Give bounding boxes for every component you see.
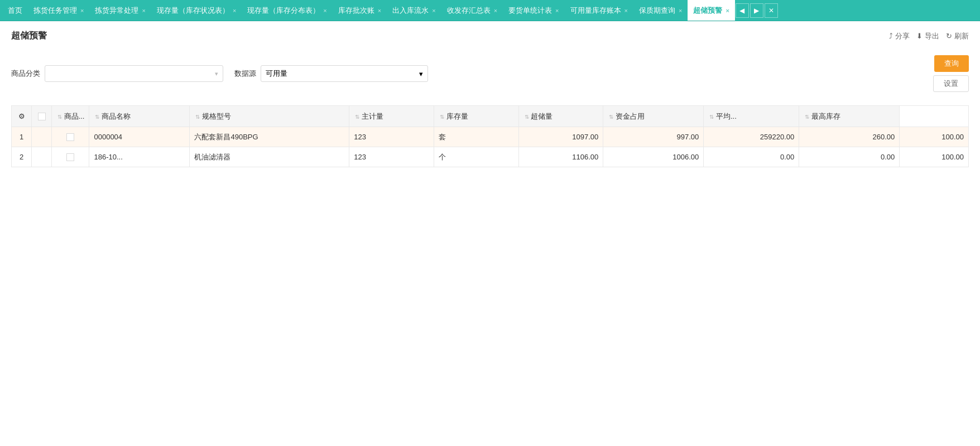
topbar: 首页 拣货任务管理 × 拣货异常处理 × 现存量（库存状况表） × 现存量（库存…	[0, 0, 980, 21]
nav-next-btn[interactable]: ▶	[750, 3, 763, 18]
row-avg-0: 260.00	[799, 127, 900, 147]
main-content: 超储预警 ⤴ 分享 ⬇ 导出 ↻ 刷新 商品分类 ▾ 数据源	[0, 21, 980, 446]
close-stock-status[interactable]: ×	[233, 7, 236, 14]
row-index-0: 1	[12, 127, 32, 147]
export-icon: ⬇	[916, 32, 923, 40]
sort-icon: ⇅	[195, 114, 200, 120]
row-overstock-0: 997.00	[603, 127, 704, 147]
col-max-stock-header[interactable]: ⇅ 最高库存	[799, 106, 900, 127]
settings-button[interactable]: 设置	[933, 75, 969, 92]
share-button[interactable]: ⤴ 分享	[889, 31, 910, 41]
row-check-0[interactable]	[52, 127, 89, 147]
sort-icon: ⇅	[805, 114, 809, 120]
page-header: 超储预警 ⤴ 分享 ⬇ 导出 ↻ 刷新	[11, 30, 969, 42]
table-row: 2 186-10... 机油滤清器 123 个 1106.00 1006.00 …	[12, 147, 969, 167]
page-title: 超储预警	[11, 30, 47, 42]
nav-pick-exception[interactable]: 拣货异常处理 ×	[89, 0, 151, 21]
data-source-label: 数据源	[234, 69, 256, 79]
row-product-name-1: 机油滤清器	[190, 147, 349, 167]
row-product-code-1: 186-10...	[89, 147, 190, 167]
close-pick-exception[interactable]: ×	[142, 7, 145, 14]
filter-row: 商品分类 ▾ 数据源 可用量 ▾ 查询 设置	[11, 51, 969, 96]
nav-inout-flow[interactable]: 出入库流水 ×	[387, 0, 441, 21]
row-product-name-0: 六配套新昌490BPG	[190, 127, 349, 147]
row-settings-0	[32, 127, 52, 147]
col-avg-header[interactable]: ⇅ 平均...	[704, 106, 799, 127]
row-index-1: 2	[12, 147, 32, 167]
row-unit-1: 个	[434, 147, 518, 167]
close-inout-flow[interactable]: ×	[432, 7, 435, 14]
col-check	[32, 106, 52, 127]
row-avg-1: 0.00	[799, 147, 900, 167]
product-category-label: 商品分类	[11, 69, 40, 79]
row-capital-0: 259220.00	[704, 127, 799, 147]
close-shelf-life[interactable]: ×	[679, 7, 682, 14]
sort-icon: ⇅	[57, 114, 62, 120]
sort-icon: ⇅	[95, 114, 99, 120]
col-stock-header[interactable]: ⇅ 库存量	[434, 106, 518, 127]
query-button[interactable]: 查询	[934, 55, 969, 72]
header-actions: ⤴ 分享 ⬇ 导出 ↻ 刷新	[889, 31, 969, 41]
nav-demand-stats[interactable]: 要货单统计表 ×	[503, 0, 564, 21]
export-button[interactable]: ⬇ 导出	[916, 31, 939, 41]
close-stock-dist[interactable]: ×	[323, 7, 326, 14]
row-check-1[interactable]	[52, 147, 89, 167]
nav-stock-status[interactable]: 现存量（库存状况表） ×	[151, 0, 242, 21]
nav-home[interactable]: 首页	[2, 0, 28, 21]
sort-icon: ⇅	[355, 114, 359, 120]
filter-buttons: 查询 设置	[933, 55, 969, 92]
row-capital-1: 0.00	[704, 147, 799, 167]
refresh-button[interactable]: ↻ 刷新	[946, 31, 969, 41]
row-spec-0: 123	[349, 127, 434, 147]
row-spec-1: 123	[349, 147, 434, 167]
row-max-stock-1: 100.00	[900, 147, 969, 167]
gear-icon: ⚙	[18, 112, 25, 120]
nav-shelf-life[interactable]: 保质期查询 ×	[633, 0, 688, 21]
nav-stock-dist[interactable]: 现存量（库存分布表） ×	[242, 0, 332, 21]
col-unit-header[interactable]: ⇅ 主计量	[349, 106, 434, 127]
data-source-select[interactable]: 可用量 ▾	[261, 65, 428, 82]
product-category-filter: 商品分类 ▾	[11, 65, 223, 82]
sort-icon: ⇅	[709, 114, 714, 120]
table-row: 1 0000004 六配套新昌490BPG 123 套 1097.00 997.…	[12, 127, 969, 147]
col-product-code-header[interactable]: ⇅ 商品...	[52, 106, 89, 127]
refresh-icon: ↻	[946, 32, 952, 40]
table-header-row: ⚙ ⇅ 商品... ⇅ 商品名称 ⇅ 规格型号 ⇅	[12, 106, 969, 127]
row-product-code-0: 0000004	[89, 127, 190, 147]
product-category-select[interactable]: ▾	[45, 65, 223, 82]
nav-close-btn[interactable]: ✕	[765, 3, 778, 18]
data-table: ⚙ ⇅ 商品... ⇅ 商品名称 ⇅ 规格型号 ⇅	[11, 105, 969, 167]
col-capital-header[interactable]: ⇅ 资金占用	[603, 106, 704, 127]
close-overstock-warning[interactable]: ×	[726, 7, 729, 14]
col-settings[interactable]: ⚙	[12, 106, 32, 127]
nav-stock-batch[interactable]: 库存批次账 ×	[333, 0, 387, 21]
nav-overstock-warning[interactable]: 超储预警 ×	[688, 0, 734, 21]
product-category-arrow-icon: ▾	[215, 70, 218, 77]
share-icon: ⤴	[889, 32, 893, 40]
close-pick-task[interactable]: ×	[80, 7, 84, 14]
sort-icon: ⇅	[525, 114, 529, 120]
col-overstock-header[interactable]: ⇅ 超储量	[518, 106, 603, 127]
col-product-name-header[interactable]: ⇅ 商品名称	[89, 106, 190, 127]
row-stock-1: 1106.00	[518, 147, 603, 167]
row-overstock-1: 1006.00	[603, 147, 704, 167]
sort-icon: ⇅	[440, 114, 444, 120]
row-max-stock-0: 100.00	[900, 127, 969, 147]
close-stock-batch[interactable]: ×	[378, 7, 381, 14]
row-settings-1	[32, 147, 52, 167]
data-source-value: 可用量	[266, 69, 287, 79]
col-spec-header[interactable]: ⇅ 规格型号	[190, 106, 349, 127]
data-source-filter: 数据源 可用量 ▾	[234, 65, 428, 82]
nav-available-stock[interactable]: 可用量库存账本 ×	[565, 0, 633, 21]
close-available-stock[interactable]: ×	[624, 7, 628, 14]
nav-pick-task[interactable]: 拣货任务管理 ×	[28, 0, 89, 21]
data-source-arrow-icon: ▾	[419, 70, 423, 78]
nav-collect-summary[interactable]: 收发存汇总表 ×	[441, 0, 503, 21]
close-collect-summary[interactable]: ×	[494, 7, 497, 14]
sort-icon: ⇅	[609, 114, 613, 120]
row-stock-0: 1097.00	[518, 127, 603, 147]
nav-prev-btn[interactable]: ◀	[736, 3, 749, 18]
header-checkbox[interactable]	[38, 113, 46, 120]
row-unit-0: 套	[434, 127, 518, 147]
close-demand-stats[interactable]: ×	[555, 7, 559, 14]
